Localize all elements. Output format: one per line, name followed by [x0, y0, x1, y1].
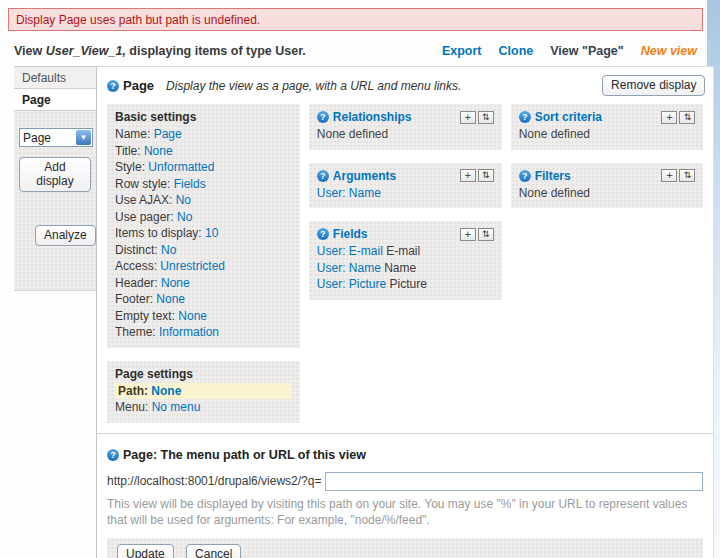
setting-label: Row style:: [115, 177, 174, 191]
export-link[interactable]: Export: [442, 44, 482, 58]
fields-box: ? Fields + ⇅ User: E-mail E-mail: [309, 221, 502, 300]
arguments-title-link[interactable]: Arguments: [333, 169, 460, 183]
middle-column: ? Relationships + ⇅ None defined ?: [309, 104, 502, 300]
setting-value-link[interactable]: Information: [159, 325, 219, 339]
setting-value-link[interactable]: No: [176, 193, 191, 207]
view-summary-suffix: displaying items of type User.: [126, 44, 306, 58]
help-icon[interactable]: ?: [519, 111, 531, 123]
chevron-down-icon: ▼: [76, 130, 91, 145]
field-link[interactable]: User: E-mail: [317, 244, 383, 258]
right-column: ? Sort criteria + ⇅ None defined ?: [511, 104, 704, 208]
setting-label: Items to display:: [115, 226, 205, 240]
setting-label: Empty text:: [115, 309, 178, 323]
setting-value-link[interactable]: None: [156, 292, 185, 306]
sort-criteria-empty-text: None defined: [519, 126, 696, 143]
rearrange-icon[interactable]: ⇅: [679, 111, 695, 124]
setting-row: Row style: Fields: [115, 176, 292, 193]
filters-empty-text: None defined: [519, 185, 696, 202]
display-overview: Basic settings Name: Page Title: None St…: [97, 102, 713, 433]
path-input[interactable]: [325, 472, 703, 491]
rearrange-icon[interactable]: ⇅: [478, 111, 494, 124]
display-title: Page: [123, 78, 154, 93]
setting-value-link[interactable]: No: [161, 243, 176, 257]
path-help-text: This view will be displayed by visiting …: [107, 496, 703, 529]
help-icon[interactable]: ?: [317, 228, 329, 240]
tab-page[interactable]: Page: [14, 88, 96, 110]
remove-display-button[interactable]: Remove display: [602, 75, 705, 96]
setting-row: Theme: Information: [115, 324, 292, 341]
basic-settings-list: Name: Page Title: None Style: Unformatte…: [115, 126, 292, 341]
menu-setting-row: Menu: No menu: [115, 399, 292, 416]
add-icon[interactable]: +: [460, 111, 476, 124]
tab-defaults[interactable]: Defaults: [14, 66, 96, 88]
argument-link[interactable]: User: Name: [317, 186, 381, 200]
fields-list: User: E-mail E-mail User: Name Name User…: [317, 243, 494, 293]
update-button[interactable]: Update: [117, 544, 174, 558]
setting-value-link[interactable]: No: [177, 210, 192, 224]
menu-setting-label: Menu:: [115, 400, 152, 414]
display-header: ? Page Display the view as a page, with …: [97, 67, 713, 102]
rearrange-icon[interactable]: ⇅: [679, 169, 695, 182]
setting-row: Access: Unrestricted: [115, 258, 292, 275]
new-view-link[interactable]: New view: [641, 44, 697, 58]
setting-label: Footer:: [115, 292, 156, 306]
field-row: User: Picture Picture: [317, 276, 494, 293]
basic-settings-column: Basic settings Name: Page Title: None St…: [107, 104, 300, 423]
setting-label: Header:: [115, 276, 161, 290]
analyze-button[interactable]: Analyze: [35, 225, 96, 246]
setting-value-link[interactable]: 10: [205, 226, 218, 240]
setting-label: Access:: [115, 259, 160, 273]
setting-row: Footer: None: [115, 291, 292, 308]
help-icon[interactable]: ?: [317, 111, 329, 123]
sort-criteria-title-link[interactable]: Sort criteria: [535, 110, 662, 124]
field-link[interactable]: User: Picture: [317, 277, 386, 291]
filters-box: ? Filters + ⇅ None defined: [511, 163, 704, 209]
add-icon[interactable]: +: [460, 228, 476, 241]
setting-label: Use pager:: [115, 210, 177, 224]
setting-value-link[interactable]: None: [178, 309, 207, 323]
add-display-button[interactable]: Add display: [19, 157, 91, 192]
setting-label: Style:: [115, 160, 148, 174]
rearrange-icon[interactable]: ⇅: [478, 169, 494, 182]
setting-row: Items to display: 10: [115, 225, 292, 242]
add-icon[interactable]: +: [460, 169, 476, 182]
setting-value-link[interactable]: Page: [154, 127, 182, 141]
help-icon[interactable]: ?: [519, 170, 531, 182]
path-form-title: Page: The menu path or URL of this view: [123, 448, 366, 462]
setting-value-link[interactable]: Unrestricted: [160, 259, 225, 273]
argument-row: User: Name: [317, 185, 494, 202]
display-type-select[interactable]: Page ▼: [19, 128, 93, 147]
setting-row: Empty text: None: [115, 308, 292, 325]
setting-label: Distinct:: [115, 243, 161, 257]
view-page-link[interactable]: View "Page": [550, 44, 623, 58]
path-setting-value-link[interactable]: None: [151, 384, 181, 398]
add-icon[interactable]: +: [661, 169, 677, 182]
help-icon[interactable]: ?: [107, 80, 119, 92]
setting-value-link[interactable]: None: [161, 276, 190, 290]
display-settings-panel: ? Page Display the view as a page, with …: [96, 66, 714, 558]
cancel-button[interactable]: Cancel: [186, 544, 241, 558]
help-icon[interactable]: ?: [317, 170, 329, 182]
setting-value-link[interactable]: Fields: [174, 177, 206, 191]
help-icon[interactable]: ?: [107, 449, 119, 461]
setting-value-link[interactable]: Unformatted: [148, 160, 214, 174]
add-icon[interactable]: +: [661, 111, 677, 124]
filters-title-link[interactable]: Filters: [535, 169, 662, 183]
field-link[interactable]: User: Name: [317, 261, 381, 275]
page-settings-box: Page settings Path: None Menu: No menu: [107, 361, 300, 423]
display-description: Display the view as a page, with a URL a…: [166, 79, 602, 93]
menu-setting-value-link[interactable]: No menu: [152, 400, 201, 414]
setting-row: Title: None: [115, 143, 292, 160]
page-settings-title: Page settings: [115, 367, 193, 381]
setting-value-link[interactable]: None: [144, 144, 173, 158]
fields-title-link[interactable]: Fields: [333, 227, 460, 241]
relationships-title-link[interactable]: Relationships: [333, 110, 460, 124]
display-controls-panel: Page ▼ Add display Analyze: [14, 110, 96, 291]
view-name: User_View_1,: [46, 44, 126, 58]
sort-criteria-box: ? Sort criteria + ⇅ None defined: [511, 104, 704, 150]
clone-link[interactable]: Clone: [499, 44, 534, 58]
rearrange-icon[interactable]: ⇅: [478, 228, 494, 241]
url-prefix: http://localhost:8001/drupal6/views2/?q=: [107, 474, 321, 488]
error-message: Display Page uses path but path is undef…: [8, 8, 703, 31]
field-admin-label: Picture: [386, 277, 427, 291]
